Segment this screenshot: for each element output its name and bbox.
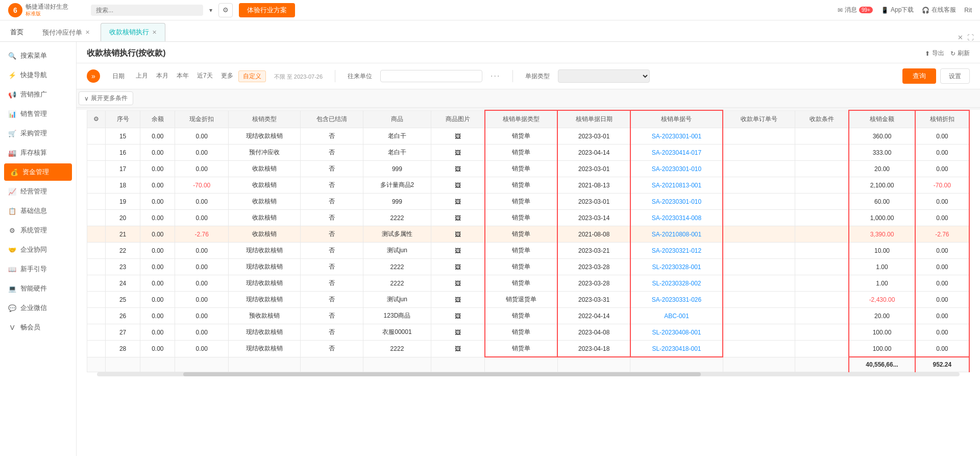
expand-more-button[interactable]: ∨ 展开更多条件 <box>79 91 133 105</box>
more-date-btn[interactable]: 更多 <box>218 70 236 82</box>
horizontal-scrollbar[interactable] <box>97 372 960 376</box>
cell-goods_image: 🖼 <box>431 145 484 161</box>
more-dots: ··· <box>491 71 500 81</box>
sidebar-item-wechat[interactable]: 💬 企业微信 <box>0 298 76 318</box>
from-unit-input[interactable] <box>380 70 482 82</box>
sidebar-item-search[interactable]: 🔍 搜索菜单 <box>0 46 76 65</box>
sidebar-item-guide[interactable]: 📖 新手引导 <box>0 259 76 279</box>
cell-goods_image: 🖼 <box>431 177 484 194</box>
sidebar-item-hardware[interactable]: 💻 智能硬件 <box>0 279 76 298</box>
cell-bill_no[interactable]: SA-20210808-001 <box>630 226 723 243</box>
table-container[interactable]: ⚙ 序号 余额 现金折扣 核销类型 包含已结清 商品 商品图片 核销单据类型 核… <box>77 110 980 456</box>
cell-bill_no[interactable]: SL-20230418-001 <box>630 341 723 357</box>
cell-settings <box>87 324 106 341</box>
this-year-btn[interactable]: 本年 <box>174 70 192 82</box>
cell-write_off_discount: 0.00 <box>915 341 969 357</box>
gear-button[interactable]: ⚙ <box>218 3 233 17</box>
basic-icon: 📋 <box>8 207 16 215</box>
cell-include_settled: 否 <box>301 341 363 357</box>
cell-write_off_discount: 0.00 <box>915 210 969 226</box>
this-month-btn[interactable]: 本月 <box>153 70 172 82</box>
cell-bill_no[interactable]: SA-20230414-017 <box>630 145 723 161</box>
table-row: 230.000.00现结收款核销否2222🖼销货单2023-03-28SL-20… <box>87 259 970 275</box>
sidebar-item-member[interactable]: V 畅会员 <box>0 318 76 337</box>
wechat-icon: 💬 <box>8 304 16 312</box>
industry-solution-button[interactable]: 体验行业方案 <box>239 3 295 17</box>
cell-goods_image: 🖼 <box>431 128 484 145</box>
cell-write_off_amount: 360.00 <box>849 128 915 145</box>
table-row: 150.000.00现结收款核销否老白干🖼销货单2023-03-01SA-202… <box>87 128 970 145</box>
close-writeoff-tab-icon[interactable]: ✕ <box>152 29 157 36</box>
cell-bill_no[interactable]: SA-20230301-010 <box>630 194 723 210</box>
col-settings-header[interactable]: ⚙ <box>87 110 106 128</box>
guide-icon: 📖 <box>8 266 16 273</box>
cell-cash_discount: 0.00 <box>175 243 229 259</box>
cell-write_off_discount: 0.00 <box>915 128 969 145</box>
close-prepay-tab-icon[interactable]: ✕ <box>85 29 90 36</box>
col-seq-header: 序号 <box>106 110 140 128</box>
sidebar-item-inventory[interactable]: 🏭 库存核算 <box>0 143 76 162</box>
message-button[interactable]: ✉ 消息 99+ <box>838 6 873 14</box>
cell-cash_discount: 0.00 <box>175 308 229 324</box>
cell-receipt_condition <box>795 145 849 161</box>
cell-bill_no[interactable]: SA-20230331-026 <box>630 292 723 308</box>
query-button[interactable]: 查询 <box>902 68 936 84</box>
sidebar-item-purchase[interactable]: 🛒 采购管理 <box>0 124 76 143</box>
cell-bill_no[interactable]: ABC-001 <box>630 308 723 324</box>
last-month-btn[interactable]: 上月 <box>133 70 151 82</box>
sidebar-item-marketing[interactable]: 📢 营销推广 <box>0 85 76 104</box>
export-button[interactable]: ⬆ 导出 <box>925 49 944 58</box>
cell-bill_no[interactable]: SL-20230408-001 <box>630 324 723 341</box>
table-settings-icon[interactable]: ⚙ <box>93 115 99 123</box>
custom-date-btn[interactable]: 自定义 <box>238 70 266 82</box>
sidebar-item-sales[interactable]: 📊 销售管理 <box>0 104 76 124</box>
scroll-thumb[interactable] <box>183 372 701 376</box>
operations-icon: 📈 <box>8 188 16 196</box>
sidebar-item-system[interactable]: ⚙ 系统管理 <box>0 221 76 240</box>
cell-bill_no[interactable]: SL-20230328-002 <box>630 275 723 292</box>
close-all-tabs-icon[interactable]: ✕ <box>958 34 963 41</box>
cell-write_off_type: 预收款核销 <box>229 308 301 324</box>
col-goods-image-header: 商品图片 <box>431 110 484 128</box>
cell-settings <box>87 308 106 324</box>
online-service-button[interactable]: 🎧 在线客服 <box>922 6 956 14</box>
maximize-icon[interactable]: ⛶ <box>967 34 974 41</box>
cell-bill_no[interactable]: SA-20230321-012 <box>630 243 723 259</box>
settings-button[interactable]: 设置 <box>940 68 970 84</box>
cell-bill_no[interactable]: SA-20230314-008 <box>630 210 723 226</box>
app-download-button[interactable]: 📱 App下载 <box>881 6 914 14</box>
cell-cash_discount: 0.00 <box>175 161 229 177</box>
bill-type-select[interactable] <box>558 69 650 83</box>
top-bar: 6 畅捷通谐好生意 标准版 ▾ ⚙ 体验行业方案 ✉ 消息 99+ 📱 App下… <box>0 0 980 20</box>
cell-bill_no[interactable]: SA-20230301-001 <box>630 128 723 145</box>
user-name-button[interactable]: Rit <box>964 7 972 14</box>
summary-cell <box>485 357 558 372</box>
tab-writeoff[interactable]: 收款核销执行 ✕ <box>101 23 165 41</box>
cell-receipt_order_no <box>723 324 795 341</box>
cell-bill_no[interactable]: SA-20210813-001 <box>630 177 723 194</box>
top-search-input[interactable] <box>91 5 203 16</box>
tab-prepay[interactable]: 预付冲应付单 ✕ <box>34 23 99 41</box>
sidebar-item-operations[interactable]: 📈 经营管理 <box>0 182 76 201</box>
cell-balance: 0.00 <box>140 210 175 226</box>
refresh-button[interactable]: ↻ 刷新 <box>950 49 970 58</box>
top-dropdown-btn[interactable]: ▾ <box>209 7 212 14</box>
page-header: 收款核销执行(按收款) ⬆ 导出 ↻ 刷新 <box>77 42 980 63</box>
sidebar-item-corp[interactable]: 🤝 企业协同 <box>0 240 76 259</box>
last-7days-btn[interactable]: 近7天 <box>194 70 216 82</box>
col-include-settled-header: 包含已结清 <box>301 110 363 128</box>
cell-bill_type: 销货单 <box>485 226 558 243</box>
tab-home[interactable]: 首页 <box>2 23 32 41</box>
logo-area: 6 畅捷通谐好生意 标准版 <box>8 3 85 17</box>
announce-arrow-button[interactable]: » <box>87 69 100 83</box>
summary-cell: 40,556,66... <box>849 357 915 372</box>
date-range-display: 不限 至 2023-07-26 <box>274 73 323 81</box>
sidebar-item-finance[interactable]: 💰 资金管理 <box>4 163 72 181</box>
cell-cash_discount: 0.00 <box>175 341 229 357</box>
cell-bill_no[interactable]: SL-20230328-001 <box>630 259 723 275</box>
main-layout: 🔍 搜索菜单 ⚡ 快捷导航 📢 营销推广 📊 销售管理 🛒 采购管理 🏭 库存核… <box>0 42 980 456</box>
sidebar-item-quicknav[interactable]: ⚡ 快捷导航 <box>0 65 76 85</box>
cell-bill_no[interactable]: SA-20230301-010 <box>630 161 723 177</box>
cell-seq: 16 <box>106 145 140 161</box>
sidebar-item-basic[interactable]: 📋 基础信息 <box>0 201 76 221</box>
